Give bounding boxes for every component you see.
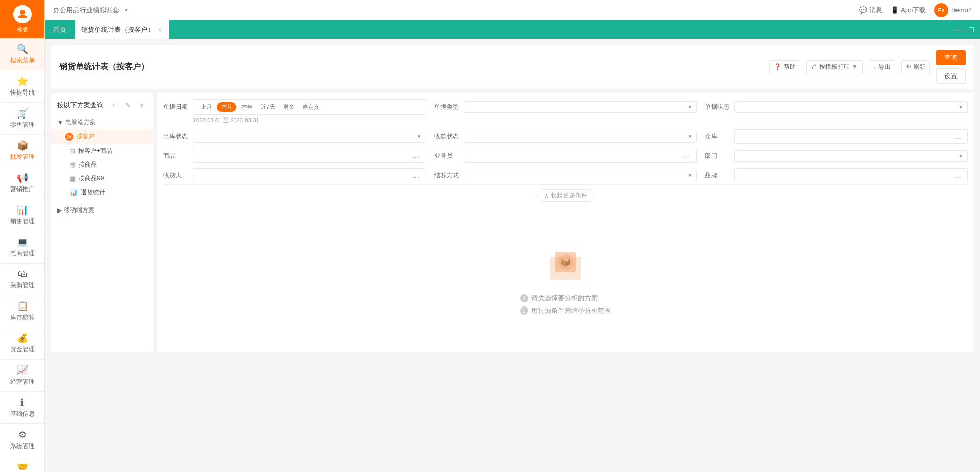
- retail-icon: 🛒: [17, 108, 28, 119]
- brand-select[interactable]: …: [734, 168, 968, 182]
- settlement-select[interactable]: ▼: [464, 170, 697, 181]
- step2-text: 用过滤条件来缩小分析范围: [531, 306, 611, 315]
- consignee-select[interactable]: …: [193, 168, 426, 182]
- tab-minimize-btn[interactable]: —: [952, 23, 965, 36]
- tab-maximize-btn[interactable]: □: [967, 23, 976, 36]
- payment-select[interactable]: ▼: [464, 131, 697, 143]
- help-btn[interactable]: ❓ 帮助: [769, 60, 800, 74]
- consignee-label: 收货人: [163, 171, 189, 180]
- avatar: Ea: [934, 3, 948, 17]
- chart-icon: 📊: [69, 188, 78, 196]
- sidebar-item-marketing[interactable]: 📢 营销推广: [0, 167, 44, 199]
- export-btn[interactable]: ↓ 导出: [869, 60, 895, 74]
- empty-step1: 1 请先选择要分析的方案: [520, 294, 598, 303]
- sidebar-item-label: 批发管理: [10, 153, 35, 161]
- salesperson-label: 业务员: [434, 152, 460, 160]
- warehouse-dots[interactable]: …: [952, 132, 963, 140]
- date-shortcuts: 上月 本月 本年 近7天 更多 自定义: [198, 102, 422, 112]
- grid-icon: ⊞: [69, 147, 75, 155]
- mobile-section-header[interactable]: ▶ 移动端方案: [51, 203, 153, 217]
- salesperson-select[interactable]: …: [464, 149, 697, 163]
- sidebar-item-retail[interactable]: 🛒 零售管理: [0, 103, 44, 135]
- avatar-text: Ea: [938, 7, 945, 13]
- header-actions: 💬 消息 📱 App下载 Ea demo2: [859, 3, 972, 17]
- tree-item-product99[interactable]: ▦ 按商品99: [51, 172, 153, 185]
- purchase-icon: 🛍: [18, 269, 27, 279]
- panel-collapse-btn[interactable]: «: [137, 100, 147, 110]
- consignee-dots[interactable]: …: [410, 171, 422, 179]
- tab-close-btn[interactable]: ×: [157, 25, 163, 34]
- template-print-label: 按模板打印: [819, 63, 850, 72]
- tree-item-return-stats[interactable]: 📊 退货统计: [51, 185, 153, 199]
- desktop-section-header[interactable]: ▼ 电脑端方案: [51, 115, 153, 129]
- settings-btn[interactable]: 设置: [936, 68, 966, 84]
- step1-text: 请先选择要分析的方案: [531, 294, 598, 303]
- sidebar-logo[interactable]: 标版: [0, 0, 45, 38]
- user-profile-btn[interactable]: Ea demo2: [934, 3, 972, 17]
- sidebar-item-search[interactable]: 🔍 搜索菜单: [0, 38, 44, 70]
- product-select[interactable]: …: [193, 149, 426, 163]
- app-download-btn[interactable]: 📱 App下载: [891, 6, 926, 15]
- storage-select[interactable]: ▼: [193, 131, 426, 143]
- date-input[interactable]: 上月 本月 本年 近7天 更多 自定义: [193, 99, 426, 115]
- date-btn-7days[interactable]: 近7天: [258, 102, 278, 112]
- sidebar-item-finance[interactable]: 💰 资金管理: [0, 327, 44, 360]
- sidebar-item-operations[interactable]: 📈 经营管理: [0, 360, 44, 392]
- message-icon: 💬: [859, 6, 867, 14]
- panel-edit-btn[interactable]: ✎: [122, 100, 133, 110]
- order-status-select[interactable]: ▼: [734, 101, 968, 113]
- tree-item-product[interactable]: ▦ 按商品: [51, 158, 153, 172]
- date-btn-last-month[interactable]: 上月: [198, 102, 215, 112]
- wholesale-icon: 📦: [17, 140, 28, 151]
- sidebar-item-basic[interactable]: ℹ 基础信息: [0, 392, 44, 424]
- app-dropdown-icon[interactable]: ▼: [124, 7, 129, 13]
- date-btn-this-month[interactable]: 本月: [217, 102, 236, 112]
- tab-active[interactable]: 销货单统计表（按客户） ×: [75, 20, 169, 39]
- date-btn-custom[interactable]: 自定义: [300, 102, 323, 112]
- tree-item-customer-product[interactable]: ⊞ 按客户+商品: [51, 144, 153, 158]
- sidebar-item-inventory[interactable]: 📋 库存核算: [0, 295, 44, 327]
- app-name-area[interactable]: 办公用品行业模拟账套 ▼: [53, 6, 129, 15]
- filter-row-date: 单据日期 上月 本月 本年 近7天 更多 自定义: [163, 99, 426, 115]
- sidebar-item-system[interactable]: ⚙ 系统管理: [0, 424, 44, 456]
- tree-sub-label: 按商品99: [79, 174, 104, 183]
- filter-row-salesperson: 业务员 …: [434, 149, 697, 163]
- warehouse-select[interactable]: …: [734, 129, 968, 144]
- tab-home[interactable]: 首页: [45, 20, 75, 39]
- sidebar-item-purchase[interactable]: 🛍 采购管理: [0, 264, 44, 295]
- date-btn-more[interactable]: 更多: [280, 102, 298, 112]
- salesperson-dots[interactable]: …: [681, 152, 692, 160]
- settlement-arrow: ▼: [687, 173, 692, 178]
- sidebar-item-wholesale[interactable]: 📦 批发管理: [0, 135, 44, 167]
- collapse-conditions-btn[interactable]: ∧ 收起更多条件: [537, 189, 594, 202]
- sidebar-item-shortcut[interactable]: ⭐ 快捷导航: [0, 70, 44, 103]
- panel-add-btn[interactable]: +: [108, 100, 118, 110]
- dept-arrow: ▼: [958, 153, 963, 159]
- date-range-display: 2023-03-01 至 2023-03-31: [163, 116, 426, 124]
- tab-home-label: 首页: [53, 25, 66, 34]
- app-name: 办公用品行业模拟账套: [53, 6, 119, 15]
- refresh-btn[interactable]: ↻ 刷新: [901, 60, 930, 74]
- tree-item-customer[interactable]: 按 按客户: [51, 129, 153, 144]
- order-type-select[interactable]: ▼: [464, 101, 697, 113]
- mobile-section-label: 移动端方案: [64, 206, 94, 215]
- template-print-btn[interactable]: 🖨 按模板打印 ▼: [806, 60, 863, 74]
- page-header: 销货单统计表（按客户） ❓ 帮助 🖨 按模板打印 ▼ ↓ 导出 ↻ 刷新: [51, 45, 974, 89]
- product-dots[interactable]: …: [410, 152, 422, 160]
- storage-label: 出库状态: [163, 132, 189, 141]
- download-icon: 📱: [891, 6, 899, 14]
- date-range-text: 2023-03-01 至 2023-03-31: [163, 117, 259, 123]
- sidebar-item-sales[interactable]: 📊 销售管理: [0, 199, 44, 231]
- collapse-label: 收起更多条件: [551, 191, 587, 200]
- sidebar-item-label: 经营管理: [10, 377, 35, 386]
- brand-dots[interactable]: …: [952, 171, 963, 179]
- order-status-arrow: ▼: [958, 104, 963, 110]
- dept-select[interactable]: ▼: [734, 150, 968, 162]
- message-btn[interactable]: 💬 消息: [859, 6, 883, 15]
- sidebar-item-ecommerce[interactable]: 💻 电商管理: [0, 231, 44, 264]
- filter-row-settlement: 结算方式 ▼: [434, 168, 697, 182]
- collapse-chevron-icon: ∧: [544, 192, 549, 199]
- query-btn[interactable]: 查询: [936, 50, 966, 65]
- sidebar-item-cooperation[interactable]: 🤝 企业协同: [0, 456, 44, 472]
- date-btn-this-year[interactable]: 本年: [238, 102, 256, 112]
